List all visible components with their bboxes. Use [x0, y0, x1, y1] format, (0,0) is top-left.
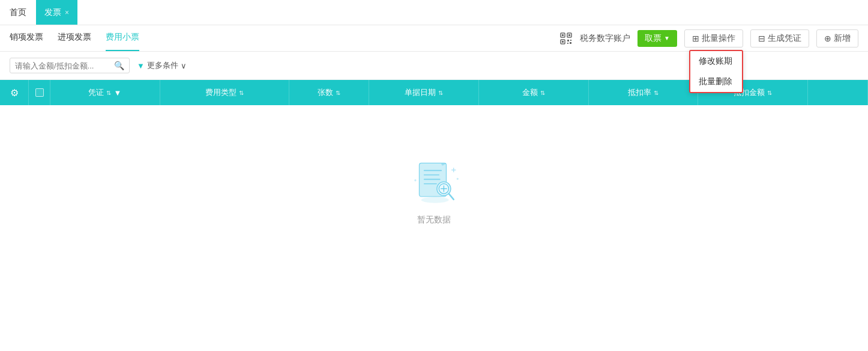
- invoice-tab[interactable]: 发票 ×: [36, 0, 77, 25]
- svg-point-25: [414, 179, 416, 181]
- th-amount: 金额 ⇅: [479, 80, 589, 105]
- tab-input-invoice[interactable]: 进项发票: [58, 25, 91, 51]
- svg-rect-5: [562, 41, 564, 43]
- search-input[interactable]: [15, 61, 110, 70]
- select-all-checkbox[interactable]: [35, 88, 44, 97]
- tab-expense-receipt[interactable]: 费用小票: [106, 25, 139, 51]
- generate-voucher-icon: ⊟: [758, 34, 765, 43]
- batch-op-button[interactable]: ⊞ 批量操作: [684, 29, 743, 47]
- qr-code-icon[interactable]: [559, 32, 573, 45]
- batch-op-wrapper: ⊞ 批量操作 修改账期 批量删除: [684, 29, 743, 47]
- more-filter-button[interactable]: ▼ 更多条件 ∨: [137, 60, 187, 71]
- svg-point-24: [457, 178, 459, 180]
- svg-rect-6: [567, 40, 569, 41]
- svg-rect-9: [570, 42, 571, 44]
- th-checkbox[interactable]: [29, 80, 50, 105]
- voucher-filter-icon[interactable]: ▼: [113, 88, 121, 97]
- close-icon[interactable]: ×: [65, 8, 69, 17]
- search-icon[interactable]: 🔍: [114, 61, 124, 70]
- th-voucher: 凭证 ⇅ ▼: [50, 80, 160, 105]
- empty-state: 暂无数据: [0, 105, 868, 249]
- count-sort-icon[interactable]: ⇅: [336, 90, 340, 96]
- more-filter-chevron: ∨: [181, 61, 187, 70]
- amount-sort-icon[interactable]: ⇅: [540, 90, 545, 96]
- home-nav-item[interactable]: 首页: [0, 0, 36, 25]
- invoice-tab-label: 发票: [44, 7, 61, 18]
- deduct-rate-sort-icon[interactable]: ⇅: [654, 90, 659, 96]
- svg-rect-8: [567, 43, 568, 44]
- svg-rect-1: [562, 34, 564, 36]
- sub-tabs-left: 销项发票 进项发票 费用小票: [10, 25, 139, 51]
- dropdown-item-modify-period[interactable]: 修改账期: [690, 51, 742, 72]
- svg-point-10: [421, 197, 449, 203]
- svg-rect-3: [568, 34, 570, 36]
- main-content: 销项发票 进项发票 费用小票: [0, 25, 868, 351]
- expense-type-sort-icon[interactable]: ⇅: [239, 90, 244, 96]
- settings-icon: ⚙: [10, 87, 19, 99]
- search-wrapper: 🔍: [10, 58, 130, 73]
- batch-op-icon: ⊞: [692, 34, 699, 43]
- tab-sales-invoice[interactable]: 销项发票: [10, 25, 43, 51]
- sub-tabs-right: 税务数字账户 取票 ▼ ⊞ 批量操作 修改账期 批量删除 ⊟ 生成凭: [559, 29, 858, 47]
- empty-state-text: 暂无数据: [417, 215, 451, 225]
- svg-rect-7: [570, 40, 571, 41]
- add-icon: ⊕: [824, 34, 831, 43]
- th-count: 张数 ⇅: [289, 80, 369, 105]
- empty-state-illustration: [404, 153, 464, 207]
- filter-icon: ▼: [137, 61, 145, 70]
- add-button[interactable]: ⊕ 新增: [816, 29, 858, 47]
- th-date: 单据日期 ⇅: [369, 80, 479, 105]
- th-deduct-rate: 抵扣率 ⇅: [589, 80, 699, 105]
- voucher-sort-icon[interactable]: ⇅: [106, 90, 111, 96]
- generate-voucher-button[interactable]: ⊟ 生成凭证: [750, 29, 809, 47]
- dropdown-item-batch-delete[interactable]: 批量删除: [690, 72, 742, 92]
- th-settings[interactable]: ⚙: [0, 80, 29, 105]
- tax-account-button[interactable]: 税务数字账户: [580, 33, 630, 44]
- svg-line-19: [449, 194, 454, 200]
- take-ticket-button[interactable]: 取票 ▼: [637, 30, 677, 47]
- date-sort-icon[interactable]: ⇅: [438, 90, 443, 96]
- batch-op-dropdown: 修改账期 批量删除: [689, 50, 743, 93]
- sub-tabs-bar: 销项发票 进项发票 费用小票: [0, 25, 868, 52]
- deduct-amount-sort-icon[interactable]: ⇅: [767, 90, 772, 96]
- th-extra: [808, 80, 868, 105]
- top-nav: 首页 发票 ×: [0, 0, 868, 25]
- take-ticket-chevron: ▼: [664, 35, 670, 41]
- th-expense-type: 费用类型 ⇅: [160, 80, 290, 105]
